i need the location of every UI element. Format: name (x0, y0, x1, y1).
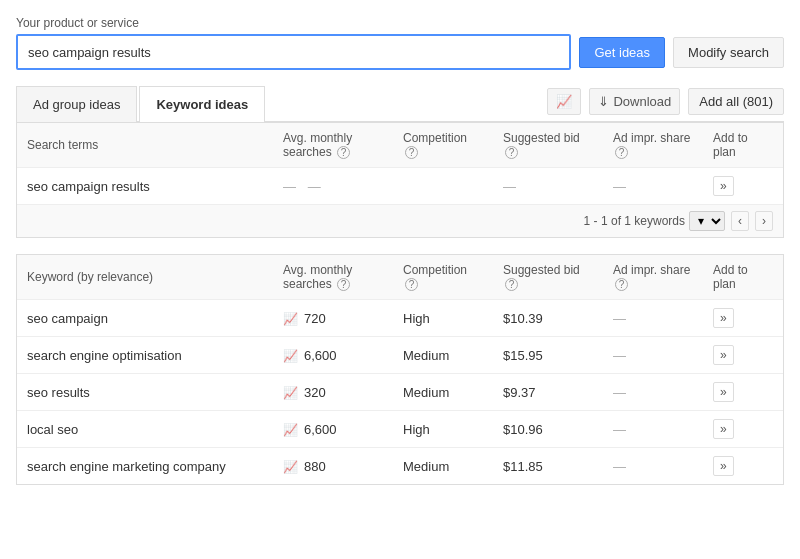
help-avg-monthly-2[interactable]: ? (337, 278, 350, 291)
help-suggested-bid-1[interactable]: ? (505, 146, 518, 159)
avg-monthly-kw-1: 📈6,600 (273, 337, 393, 374)
pagination-select[interactable]: ▾ (689, 211, 725, 231)
trend-icon-4: 📈 (283, 460, 298, 474)
competition-kw-0: High (393, 300, 493, 337)
add-kw-button-2[interactable]: » (713, 382, 734, 402)
tab-ad-group[interactable]: Ad group ideas (16, 86, 137, 122)
competition-kw-1: Medium (393, 337, 493, 374)
search-terms-thead: Search terms Avg. monthly searches ? Com… (17, 123, 783, 168)
avg-monthly-kw-0: 📈720 (273, 300, 393, 337)
add-kw-button-3[interactable]: » (713, 419, 734, 439)
trend-icon-2: 📈 (283, 386, 298, 400)
keyword-cell-1: search engine optimisation (17, 337, 273, 374)
search-terms-section: Search terms Avg. monthly searches ? Com… (16, 122, 784, 238)
modify-search-button[interactable]: Modify search (673, 37, 784, 68)
trend-chart-button[interactable]: 📈 (547, 88, 581, 115)
col-suggested-bid-2: Suggested bid ? (493, 255, 603, 300)
download-label: Download (613, 94, 671, 109)
add-plan-kw-0: » (703, 300, 783, 337)
ad-impr-kw-4: — (603, 448, 703, 485)
download-button[interactable]: ⇓ Download (589, 88, 680, 115)
add-plan-kw-3: » (703, 411, 783, 448)
tabs-toolbar: Ad group ideas Keyword ideas 📈 ⇓ Downloa… (16, 86, 784, 122)
pagination-label: 1 - 1 of 1 keywords (584, 214, 685, 228)
prev-page-button[interactable]: ‹ (731, 211, 749, 231)
help-avg-monthly-1[interactable]: ? (337, 146, 350, 159)
ad-impr-kw-0: — (603, 300, 703, 337)
keyword-cell-3: local seo (17, 411, 273, 448)
add-plan-kw-2: » (703, 374, 783, 411)
col-add-plan-2: Add to plan (703, 255, 783, 300)
col-keyword: Keyword (by relevance) (17, 255, 273, 300)
competition-cell-1 (393, 168, 493, 205)
add-kw-button-0[interactable]: » (713, 308, 734, 328)
help-ad-impr-2[interactable]: ? (615, 278, 628, 291)
keyword-cell-4: search engine marketing company (17, 448, 273, 485)
competition-kw-3: High (393, 411, 493, 448)
col-competition-2: Competition ? (393, 255, 493, 300)
suggested-bid-kw-2: $9.37 (493, 374, 603, 411)
term-cell: seo campaign results (17, 168, 273, 205)
table-row: seo campaign results — — — — » (17, 168, 783, 205)
table-row: search engine optimisation 📈6,600 Medium… (17, 337, 783, 374)
download-icon: ⇓ (598, 94, 609, 109)
keyword-cell-2: seo results (17, 374, 273, 411)
ad-impr-kw-2: — (603, 374, 703, 411)
add-plan-kw-1: » (703, 337, 783, 374)
toolbar-right: 📈 ⇓ Download Add all (801) (547, 88, 784, 119)
search-terms-tbody: seo campaign results — — — — » (17, 168, 783, 205)
keyword-ideas-tbody: seo campaign 📈720 High $10.39 — » search… (17, 300, 783, 485)
trend-icon-3: 📈 (283, 423, 298, 437)
trend-icon-1: 📈 (283, 349, 298, 363)
add-kw-button-4[interactable]: » (713, 456, 734, 476)
add-plan-kw-4: » (703, 448, 783, 485)
search-terms-table: Search terms Avg. monthly searches ? Com… (17, 123, 783, 204)
col-competition-1: Competition ? (393, 123, 493, 168)
top-label: Your product or service (16, 16, 784, 30)
add-plan-cell-1: » (703, 168, 783, 205)
competition-kw-4: Medium (393, 448, 493, 485)
dash-avg: — (283, 179, 296, 194)
table-row: seo results 📈320 Medium $9.37 — » (17, 374, 783, 411)
col-avg-monthly-2: Avg. monthly searches ? (273, 255, 393, 300)
search-input[interactable] (16, 34, 571, 70)
help-competition-2[interactable]: ? (405, 278, 418, 291)
col-ad-impr-2: Ad impr. share ? (603, 255, 703, 300)
suggested-bid-cell-1: — (493, 168, 603, 205)
avg-monthly-kw-2: 📈320 (273, 374, 393, 411)
keyword-ideas-thead: Keyword (by relevance) Avg. monthly sear… (17, 255, 783, 300)
help-suggested-bid-2[interactable]: ? (505, 278, 518, 291)
col-suggested-bid-1: Suggested bid ? (493, 123, 603, 168)
add-all-button[interactable]: Add all (801) (688, 88, 784, 115)
pagination-text: 1 - 1 of 1 keywords ▾ (584, 211, 725, 231)
competition-kw-2: Medium (393, 374, 493, 411)
table-row: local seo 📈6,600 High $10.96 — » (17, 411, 783, 448)
add-kw-button-1[interactable]: » (713, 345, 734, 365)
keyword-cell-0: seo campaign (17, 300, 273, 337)
avg-monthly-kw-3: 📈6,600 (273, 411, 393, 448)
suggested-bid-kw-1: $15.95 (493, 337, 603, 374)
pagination-row: 1 - 1 of 1 keywords ▾ ‹ › (17, 204, 783, 237)
table-row: seo campaign 📈720 High $10.39 — » (17, 300, 783, 337)
help-competition-1[interactable]: ? (405, 146, 418, 159)
ad-impr-kw-3: — (603, 411, 703, 448)
search-row: Get ideas Modify search (16, 34, 784, 70)
col-ad-impr-1: Ad impr. share ? (603, 123, 703, 168)
tab-keyword-ideas[interactable]: Keyword ideas (139, 86, 265, 122)
avg-monthly-cell-1: — — (273, 168, 393, 205)
trend-chart-icon: 📈 (556, 94, 572, 109)
next-page-button[interactable]: › (755, 211, 773, 231)
suggested-bid-kw-4: $11.85 (493, 448, 603, 485)
dash-avg2: — (308, 179, 321, 194)
suggested-bid-kw-0: $10.39 (493, 300, 603, 337)
avg-monthly-kw-4: 📈880 (273, 448, 393, 485)
get-ideas-button[interactable]: Get ideas (579, 37, 665, 68)
col-add-plan-1: Add to plan (703, 123, 783, 168)
add-row-button-1[interactable]: » (713, 176, 734, 196)
help-ad-impr-1[interactable]: ? (615, 146, 628, 159)
ad-impr-kw-1: — (603, 337, 703, 374)
trend-icon-0: 📈 (283, 312, 298, 326)
table-row: search engine marketing company 📈880 Med… (17, 448, 783, 485)
ad-impr-cell-1: — (603, 168, 703, 205)
col-search-terms: Search terms (17, 123, 273, 168)
